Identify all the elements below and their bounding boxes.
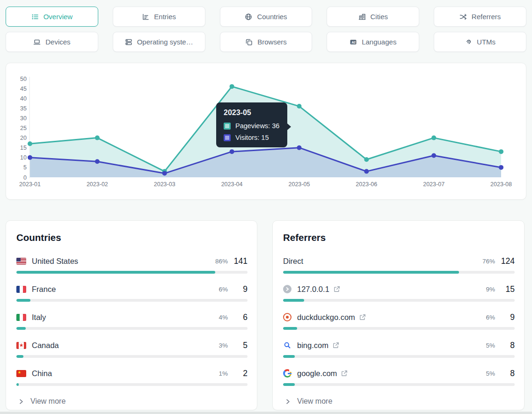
tab-overview[interactable]: Overview: [6, 7, 98, 27]
x-tick-label: 2023-03: [154, 181, 175, 188]
stat-row-bar-track: [16, 383, 248, 386]
tab-entries[interactable]: Entries: [113, 7, 205, 27]
tab-label: UTMs: [477, 38, 496, 46]
countries-view-more-link[interactable]: View more: [16, 397, 248, 406]
laptop-icon: [33, 38, 41, 46]
visitors-point-2023-03[interactable]: [162, 171, 167, 176]
chevron-circle-icon: [283, 285, 292, 293]
external-link-icon[interactable]: [359, 314, 366, 320]
x-tick-label: 2023-01: [19, 181, 41, 188]
stat-row-head: Direct76%124: [283, 255, 515, 267]
x-tick-label: 2023-05: [288, 181, 310, 188]
y-tick-label: 5: [23, 164, 27, 171]
visitors-point-2023-07[interactable]: [431, 153, 436, 158]
pageviews-point-2023-04[interactable]: [230, 84, 234, 89]
stat-row-name[interactable]: google.com: [297, 369, 337, 378]
united-states-flag: [16, 258, 26, 265]
stat-row-count: 2: [233, 369, 248, 378]
stat-row-head: 127.0.0.19%15: [283, 283, 515, 295]
visitors-point-2023-05[interactable]: [297, 145, 301, 150]
stat-row-percent: 3%: [219, 342, 228, 349]
countrie-row: Italy4%6: [16, 312, 248, 330]
tab-operating-systems[interactable]: Operating syste…: [113, 32, 205, 52]
visitors-point-2023-01[interactable]: [28, 155, 32, 160]
pageviews-point-2023-06[interactable]: [364, 157, 369, 162]
referrers-card-title: Referrers: [283, 232, 515, 243]
stat-row-head: bing.com5%8: [283, 340, 515, 351]
external-link-icon[interactable]: [333, 342, 339, 349]
stat-row-count: 5: [233, 341, 248, 350]
visitors-point-2023-02[interactable]: [95, 159, 100, 164]
tab-countries[interactable]: Countries: [220, 7, 313, 27]
google-icon: [283, 369, 292, 378]
server-icon: [125, 38, 132, 46]
stat-row-bar-track: [283, 271, 515, 274]
link-icon: [465, 38, 472, 46]
countrie-row: Canada3%5: [16, 340, 248, 358]
countries-card-title: Countries: [16, 232, 248, 243]
visitors-point-2023-04[interactable]: [230, 149, 234, 154]
countrie-row: France6%9: [16, 283, 248, 302]
stat-row-bar-fill: [283, 271, 459, 274]
referrer-row: duckduckgo.com6%9: [283, 312, 515, 330]
referrer-row: bing.com5%8: [283, 340, 515, 358]
countries-card: Countries United States86%141France6%9It…: [6, 220, 257, 410]
external-link-icon[interactable]: [341, 370, 348, 377]
stat-row-percent: 5%: [486, 370, 495, 377]
stat-row-name[interactable]: bing.com: [297, 341, 328, 350]
referrer-row: 127.0.0.19%15: [283, 283, 515, 302]
y-tick-label: 40: [20, 95, 27, 102]
stat-row-bar-fill: [283, 299, 304, 302]
pageviews-point-2023-02[interactable]: [95, 136, 100, 140]
pageviews-legend-swatch: [224, 123, 231, 130]
tab-label: Overview: [44, 13, 73, 21]
tab-devices[interactable]: Devices: [6, 32, 98, 52]
tab-cities[interactable]: Cities: [327, 7, 419, 27]
stat-row-head: duckduckgo.com6%9: [283, 312, 515, 323]
chevron-right-icon: [285, 399, 291, 405]
countries-list: United States86%141France6%9Italy4%6Cana…: [16, 255, 248, 386]
buildings-icon: [358, 13, 366, 21]
stat-row-bar-fill: [283, 355, 295, 358]
svg-text:2: 2: [354, 40, 356, 44]
stat-row-name[interactable]: duckduckgo.com: [297, 313, 355, 322]
external-link-icon[interactable]: [334, 286, 340, 292]
tab-utms[interactable]: UTMs: [434, 32, 526, 52]
stat-row-head: China1%2: [16, 368, 248, 379]
stat-row-count: 141: [233, 256, 248, 266]
stat-row-bar-fill: [16, 383, 19, 386]
stat-row-percent: 1%: [219, 370, 228, 377]
china-flag: [16, 370, 26, 377]
bar-chart-icon: [142, 13, 149, 21]
tab-referrers[interactable]: Referrers: [434, 7, 526, 27]
stat-row-name[interactable]: 127.0.0.1: [297, 285, 329, 294]
stat-row-head: United States86%141: [16, 255, 248, 267]
countrie-row: China1%2: [16, 368, 248, 386]
pageviews-point-2023-05[interactable]: [297, 104, 301, 109]
stat-row-bar-track: [283, 299, 515, 302]
tab-label: Devices: [45, 38, 70, 46]
visitors-point-2023-08[interactable]: [499, 165, 503, 170]
tab-label: Cities: [371, 13, 388, 21]
pageviews-point-2023-01[interactable]: [28, 141, 32, 146]
referrers-view-more-link[interactable]: View more: [283, 397, 515, 406]
tooltip-visitors-value: Visitors: 15: [235, 134, 269, 141]
pageviews-point-2023-07[interactable]: [431, 136, 436, 140]
visitors-point-2023-06[interactable]: [364, 169, 369, 174]
tab-browsers[interactable]: Browsers: [220, 32, 313, 52]
tab-languages[interactable]: A2Languages: [327, 32, 419, 52]
stat-row-count: 124: [500, 256, 515, 266]
breakdown-cards: Countries United States86%141France6%9It…: [6, 220, 526, 410]
x-tick-label: 2023-02: [87, 181, 108, 188]
stat-row-count: 9: [500, 312, 515, 322]
stat-row-percent: 6%: [486, 314, 495, 321]
y-tick-label: 50: [20, 76, 27, 82]
stat-row-count: 8: [500, 341, 515, 350]
stat-row-count: 8: [500, 369, 515, 378]
chevron-right-icon: [18, 399, 24, 405]
tooltip-visitors-row: Visitors: 15: [224, 134, 281, 141]
x-tick-label: 2023-07: [423, 181, 445, 188]
y-tick-label: 25: [20, 125, 27, 131]
pageviews-point-2023-08[interactable]: [499, 149, 503, 154]
stat-row-count: 15: [500, 284, 515, 294]
